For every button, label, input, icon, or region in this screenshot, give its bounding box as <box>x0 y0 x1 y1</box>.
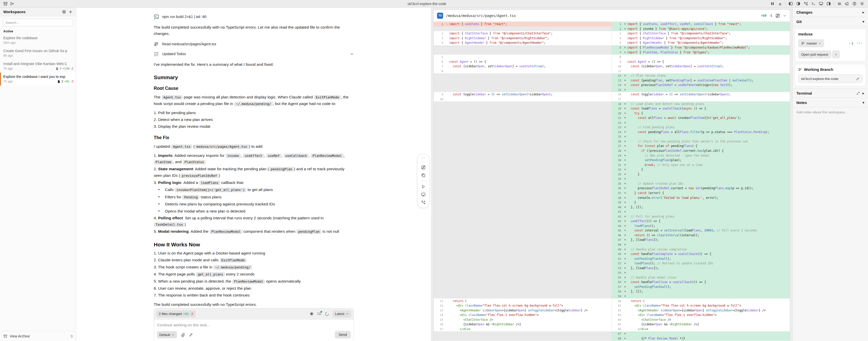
changes-section-header[interactable]: Changes ▸ <box>793 8 868 17</box>
working-branch-input[interactable] <box>798 74 862 83</box>
layers-icon[interactable] <box>62 10 66 14</box>
chat-scroll-area[interactable]: npm run build 2>&1 | tail -80The build c… <box>76 8 431 341</box>
notes-section-header[interactable]: Notes ▾ <box>793 98 868 107</box>
workspace-title: Create Good First Issues on Github So p <box>3 49 73 53</box>
search-input[interactable] <box>3 19 73 26</box>
terminal-icon <box>154 14 159 19</box>
monitor-icon[interactable] <box>421 192 426 197</box>
pause-icon[interactable] <box>770 1 775 6</box>
tool-chip-terminal[interactable]: npm run build 2>&1 | tail -80 <box>154 14 354 19</box>
ellipsis-icon[interactable]: ··· <box>857 41 862 45</box>
working-branch-field[interactable] <box>801 77 854 81</box>
git-graph-icon[interactable] <box>421 200 426 205</box>
sparkle-icon[interactable] <box>309 312 314 316</box>
branch-select[interactable]: master <box>798 39 824 47</box>
diff-line: 36+ previousPlanIdsRef.current = new Set… <box>612 186 790 191</box>
caret-down-icon: ▾ <box>862 20 864 24</box>
copy-icon[interactable] <box>421 173 426 178</box>
branch-icon <box>798 67 802 71</box>
pr-dropdown-button[interactable] <box>832 50 840 58</box>
diff-file-header[interactable]: TS /medusa/medusa/src/pages/Agent.tsx +5… <box>434 10 790 22</box>
diff-line <box>434 130 612 134</box>
diff-line: 20+ try { <box>612 111 790 116</box>
tool-chip-todos[interactable]: Updated Todos <box>154 51 354 56</box>
diff-line <box>434 261 612 266</box>
panel-right-icon[interactable] <box>826 1 831 6</box>
diff-body[interactable]: 1-import { useState } from "react";2impo… <box>434 22 790 341</box>
help-icon[interactable] <box>852 1 857 6</box>
workspace-item[interactable]: Create Good First Issues on Github So p6… <box>0 47 76 60</box>
paperclip-icon[interactable] <box>181 333 185 337</box>
theme-icon[interactable] <box>796 1 801 6</box>
diff-line: 27+ for (const plan of pendingPlans) { <box>612 144 790 149</box>
spinner-icon <box>325 312 329 316</box>
expand-icon[interactable] <box>857 92 860 95</box>
dots-handle-icon[interactable] <box>421 157 425 158</box>
diff-line: 14+ const previousPlanIdsRef = useRef<Se… <box>612 83 790 88</box>
settings-icon[interactable] <box>860 1 864 6</box>
workspace-item[interactable]: Explore the codebase I want you to exp7h… <box>0 72 76 86</box>
workspace-item[interactable]: Explore the codebase35m ago <box>0 34 76 47</box>
tool-chip-label: Updated Todos <box>162 52 186 56</box>
diff-line: 5 <box>434 55 612 59</box>
inline-code: pendingPlan <box>296 229 321 234</box>
todos-icon[interactable] <box>317 312 321 316</box>
monitor-icon[interactable] <box>819 1 824 6</box>
wrap-icon[interactable] <box>421 165 426 170</box>
pencil-icon[interactable] <box>856 77 860 81</box>
open-pr-button[interactable]: Open pull request <box>798 50 831 58</box>
workspace-item[interactable]: Install and integrate Vibe Kanban Web C7… <box>0 60 76 72</box>
diff-line: 58+ }, []); <box>612 289 790 294</box>
inline-code: previousPlanIdsRef <box>180 174 219 178</box>
view-archive-button[interactable]: View Archive 0 <box>0 331 76 341</box>
pen-icon[interactable] <box>189 333 193 337</box>
inline-code: useCallback <box>284 154 309 158</box>
diff-col-right: 1+import { useState, useEffect, useRef, … <box>612 22 790 341</box>
diff-line: 4import { RightSidebar } from "@/compone… <box>612 36 790 41</box>
megaphone-icon[interactable] <box>844 1 849 6</box>
caret-down-icon: ▾ <box>862 101 864 104</box>
bullet: • <box>158 186 160 193</box>
tool-chip-read[interactable]: Read medusa/src/pages/Agent.tsx <box>154 41 354 46</box>
ordered-list-item: 1. Imports: Added necessary imports for … <box>154 153 354 165</box>
diff-line: 44+ loadPlans(); <box>612 224 790 228</box>
diff-line: 7+import { PlanItem, PlanStatus } from "… <box>612 50 790 55</box>
diff-line: 21+ const allPlans = await invoke<PlanIt… <box>612 116 790 120</box>
panel-left-icon[interactable] <box>788 1 793 6</box>
working-branch-label: Working Branch <box>804 67 833 71</box>
bullet: • <box>158 208 160 214</box>
inline-code: invoke <box>225 154 241 158</box>
chat-paragraph: I updated Agent.tsx (medusa/src/pages/Ag… <box>154 143 354 150</box>
chevron-down-icon[interactable] <box>783 14 786 18</box>
menu-icon[interactable] <box>837 1 842 6</box>
diff-line: 3import { RightSidebar } from "@/compone… <box>434 36 612 41</box>
exit-icon[interactable] <box>10 1 15 6</box>
diff-line <box>434 153 612 158</box>
chevron-down-icon[interactable] <box>350 52 354 56</box>
play-icon[interactable] <box>421 184 426 189</box>
wrap-icon[interactable] <box>775 13 780 18</box>
diff-line: 2+import { invoke } from "@tauri-apps/ap… <box>612 27 790 31</box>
ordered-list-item: 1. Poll for pending plans <box>154 110 354 116</box>
terminal-section-header[interactable]: Terminal ▸ <box>793 89 868 98</box>
send-button[interactable]: Send <box>335 331 351 338</box>
add-workspace-button[interactable] <box>69 10 73 14</box>
diff-line: 14 <div className="flex flex-1 overflow-… <box>434 313 612 317</box>
diff-line: 54+ <box>612 271 790 275</box>
message-input[interactable] <box>157 323 350 327</box>
diff-deletions: -1 <box>769 14 772 18</box>
ordered-list-item: 3. Polling logic: Added a loadPlans call… <box>154 180 354 186</box>
collapse-icon[interactable] <box>778 1 782 6</box>
archive-icon[interactable] <box>3 1 8 6</box>
version-select[interactable]: Latest <box>333 310 351 317</box>
notes-placeholder[interactable]: Add notes about this workspace... <box>793 107 868 117</box>
inline-code: loadPlans <box>199 181 220 185</box>
git-section-header[interactable]: Git ▾ <box>793 17 868 26</box>
diff-line: 56+ const handlePlanClose = useCallback(… <box>612 280 790 285</box>
files-changed-badge[interactable]: 2 files changed +61 -3 <box>156 310 196 317</box>
model-select[interactable]: Default <box>157 331 177 338</box>
terminal-icon[interactable] <box>811 1 816 6</box>
diff-line: 26+ // Check for new pending plans that … <box>612 139 790 144</box>
git-graph-icon[interactable] <box>803 1 808 6</box>
diff-line <box>434 289 612 294</box>
